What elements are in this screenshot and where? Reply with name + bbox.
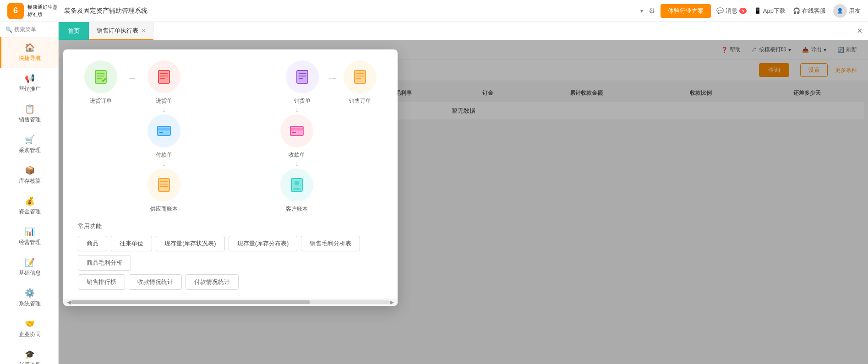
sidebar-item-label-finance: 资金管理 [19, 208, 41, 216]
scrollbar-track[interactable] [71, 300, 390, 304]
tab-close-icon[interactable]: ✕ [141, 27, 146, 34]
svg-rect-19 [290, 126, 303, 136]
download-icon: 📱 [754, 7, 761, 14]
main-area: 🔍 搜索菜单 🏠 快捷导航 📢 营销推广 📋 销售管理 🛒 采购管理 📦 [0, 22, 868, 364]
sidebar-item-label-guide: 新手引导 [19, 361, 41, 364]
func-btn-stock-dist[interactable]: 现存量(库存分布表) [229, 236, 298, 251]
content-area: 首页 销售订单执行表 ✕ ✕ ❓ 帮助 [59, 22, 868, 364]
flow-item-sales-order[interactable]: 销售订单 [337, 60, 383, 105]
common-functions: 常用功能 商品 往来单位 现存量(库存状况表) 现存量(库存分布表) 销售毛利分… [78, 222, 383, 290]
operations-icon: 📊 [25, 227, 35, 237]
svg-rect-4 [158, 71, 169, 83]
settings-icon[interactable]: ⚙ [649, 6, 655, 15]
service-icon: 🎧 [793, 7, 800, 14]
svg-rect-21 [292, 132, 296, 133]
flow-arrows-down-row2: ↓ ↓ [78, 159, 383, 168]
sidebar-item-sales[interactable]: 📋 销售管理 [0, 98, 58, 129]
finance-icon: 💰 [25, 196, 35, 206]
quick-nav-icon: 🏠 [25, 43, 35, 53]
logo-line1: 畅康通好生意 [27, 4, 58, 11]
online-service-label: 在线客服 [802, 7, 826, 15]
sidebar-item-enterprise[interactable]: 🤝 企业协同 [0, 313, 58, 344]
svg-rect-18 [159, 132, 163, 133]
close-all-icon[interactable]: ✕ [857, 27, 863, 35]
tab-home[interactable]: 首页 [59, 22, 89, 40]
svg-rect-17 [158, 128, 170, 130]
search-sidebar-label: 搜索菜单 [14, 26, 36, 33]
supplier-ledger-label: 供应商账本 [150, 205, 178, 213]
svg-rect-20 [290, 128, 303, 130]
modal-scrollbar: ◀ ▶ [63, 299, 398, 306]
message-icon: 💬 [716, 7, 724, 14]
top-bar-right: 💬 消息 5 📱 App下载 🎧 在线客服 👤 用友 [716, 4, 861, 18]
user-initial: 👤 [837, 8, 843, 14]
func-btn-receipt-stat[interactable]: 收款情况统计 [129, 274, 182, 290]
sidebar-item-label-enterprise: 企业协同 [19, 331, 41, 338]
scrollbar-left-arrow[interactable]: ◀ [67, 299, 71, 305]
inventory-icon: 📦 [25, 165, 35, 175]
experience-btn[interactable]: 体验行业方案 [661, 4, 711, 18]
down-arrow-pb: ↓ [141, 105, 187, 114]
flow-item-payment[interactable]: 付款单 [141, 114, 187, 159]
sidebar-item-label-system: 系统管理 [19, 300, 41, 308]
sidebar-item-label-marketing: 营销推广 [19, 85, 41, 93]
user-menu-btn[interactable]: 👤 用友 [833, 4, 861, 18]
flow-item-purchase-bill[interactable]: 进货单 [141, 60, 187, 105]
func-btn-stock-status[interactable]: 现存量(库存状况表) [156, 236, 225, 251]
sidebar-item-label-inventory: 库存核算 [19, 177, 41, 185]
app-download-btn[interactable]: 📱 App下载 [754, 7, 786, 15]
online-service-btn[interactable]: 🎧 在线客服 [793, 7, 826, 15]
func-buttons-row2: 销售排行榜 收款情况统计 付款情况统计 [78, 274, 383, 290]
sidebar-item-finance[interactable]: 💰 资金管理 [0, 190, 58, 221]
customer-ledger-circle [280, 168, 313, 201]
flow-item-customer-ledger[interactable]: 客户账本 [274, 168, 320, 213]
func-btn-goods-profit[interactable]: 商品毛利分析 [78, 255, 131, 271]
sales-bill-circle [286, 60, 319, 93]
sidebar-item-basic-info[interactable]: 📝 基础信息 [0, 252, 58, 283]
func-btn-payment-stat[interactable]: 付款情况统计 [186, 274, 239, 290]
sidebar-item-purchase[interactable]: 🛒 采购管理 [0, 129, 58, 160]
sidebar-item-operations[interactable]: 📊 经营管理 [0, 221, 58, 252]
system-icon: ⚙️ [25, 288, 35, 298]
sidebar-item-label-basic-info: 基础信息 [19, 269, 41, 277]
guide-icon: 🎓 [25, 349, 35, 359]
svg-rect-12 [355, 71, 366, 83]
basic-info-icon: 📝 [25, 257, 35, 267]
flow-item-receipt[interactable]: 收款单 [274, 114, 320, 159]
payment-circle [147, 114, 180, 147]
flow-item-sales-bill[interactable]: 销货单 [279, 60, 325, 105]
enterprise-icon: 🤝 [25, 319, 35, 329]
purchase-order-circle [84, 60, 117, 93]
search-sidebar[interactable]: 🔍 搜索菜单 [0, 22, 58, 37]
sidebar-item-quick-nav[interactable]: 🏠 快捷导航 [0, 37, 58, 68]
flow-row-2: 付款单 收款单 [78, 114, 383, 159]
down-arrow-rec: ↓ [274, 159, 320, 168]
flow-item-purchase-order[interactable]: 进货订单 [78, 60, 124, 105]
arrow-po-pb: → [124, 72, 141, 93]
sidebar-item-marketing[interactable]: 📢 营销推广 [0, 68, 58, 98]
sidebar-item-system[interactable]: ⚙️ 系统管理 [0, 283, 58, 313]
user-name: 用友 [849, 7, 861, 15]
supplier-ledger-circle [147, 168, 180, 201]
search-icon: 🔍 [5, 27, 12, 33]
sidebar-item-guide[interactable]: 🎓 新手引导 [0, 344, 58, 364]
svg-rect-22 [158, 179, 169, 191]
sidebar-item-inventory[interactable]: 📦 库存核算 [0, 160, 58, 190]
down-arrow-pay: ↓ [141, 159, 187, 168]
func-btn-sales-profit[interactable]: 销售毛利分析表 [301, 236, 360, 251]
logo-area: 6 畅康通好生意 标准版 [7, 3, 59, 19]
customer-ledger-label: 客户账本 [286, 205, 308, 213]
message-btn[interactable]: 💬 消息 5 [716, 7, 747, 15]
sidebar: 🔍 搜索菜单 🏠 快捷导航 📢 营销推广 📋 销售管理 🛒 采购管理 📦 [0, 22, 59, 364]
system-title-arrow[interactable]: ▾ [640, 8, 643, 14]
scrollbar-right-arrow[interactable]: ▶ [390, 299, 394, 305]
message-badge: 5 [739, 8, 747, 14]
func-btn-partner[interactable]: 往来单位 [111, 236, 152, 251]
func-btn-sales-rank[interactable]: 销售排行榜 [78, 274, 125, 290]
app-container: 6 畅康通好生意 标准版 装备及固定资产辅助管理系统 ▾ ⚙ 体验行业方案 💬 … [0, 0, 868, 364]
logo-icon: 6 [7, 3, 24, 19]
tab-sales-order-exec-label: 销售订单执行表 [97, 27, 138, 35]
flow-item-supplier-ledger[interactable]: 供应商账本 [141, 168, 187, 213]
tab-sales-order-exec[interactable]: 销售订单执行表 ✕ [89, 22, 153, 40]
func-btn-goods[interactable]: 商品 [78, 236, 107, 251]
